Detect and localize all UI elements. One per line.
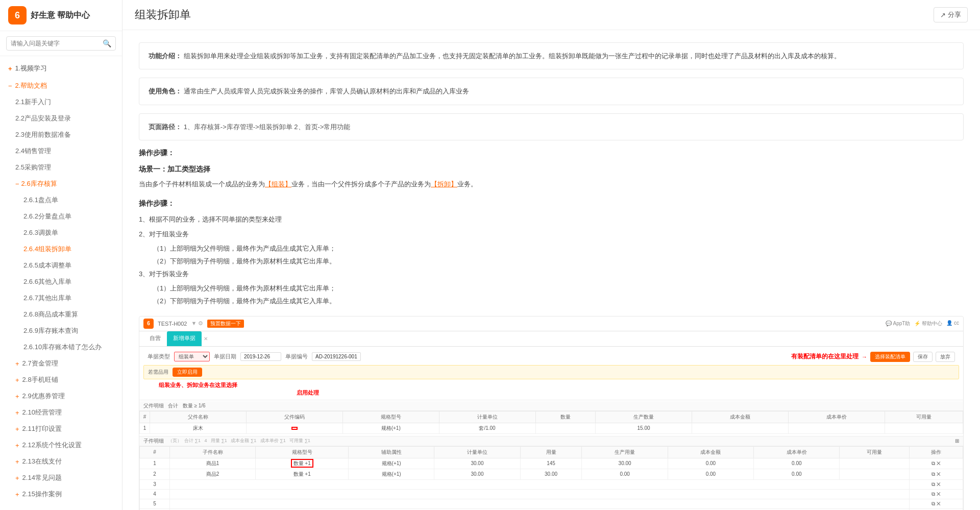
lower-header-detail: （页） 合计 ∑1 4 用量 ∑1 成本金额 ∑1 成本单价 ∑1 可用量 ∑1 [168,438,310,444]
plus-icon-2-9: + [15,393,19,400]
label: 2.6.6其他入库单 [23,277,71,286]
sidebar-item-2-6-8[interactable]: 2.6.8商品成本重算 [0,306,122,323]
mock-tab-self[interactable]: 自营 [143,331,167,346]
copy-icon[interactable]: ⧉ [932,471,935,477]
th-num: # [140,411,150,423]
mock-form-row-1: 单据类型 组装单 拆卸单 单据日期 2019-12-26 单据编号 AD-201… [143,350,959,364]
label: 2.6.5成本调整单 [23,261,71,270]
sidebar-item-2-6-3[interactable]: 2.6.3调拨单 [0,225,122,241]
td-empty [169,479,909,489]
sidebar-item-2-6-7[interactable]: 2.6.7其他出库单 [0,290,122,306]
sidebar-item-2-7[interactable]: + 2.7资金管理 [0,355,122,372]
td-available [885,423,963,433]
sidebar-item-video[interactable]: + 1.视频学习 [0,60,122,77]
search-icon[interactable]: 🔍 [103,39,111,47]
plus-icon-2-11: + [15,425,19,433]
sub-nav-2: 2.1新手入门 2.2产品安装及登录 2.3使用前数据准备 2.4销售管理 2.… [0,94,122,502]
mock-lower-table-container: # 子件名称 规格型号 辅助属性 计量单位 用量 生产用量 成本金额 成本单价 [139,446,963,510]
mock-assembly-btn[interactable]: 选择装配清单 [870,352,910,362]
link-assembly[interactable]: 【组装】 [265,180,291,188]
sidebar-item-2-12[interactable]: + 2.12系统个性化设置 [0,437,122,453]
sidebar-item-help-docs[interactable]: − 2.帮助文档 [0,78,122,94]
sidebar-item-2-15[interactable]: + 2.15操作案例 [0,486,122,502]
sidebar-item-2-6-2[interactable]: 2.6.2分量盘点单 [0,208,122,225]
copy-icon[interactable]: ⧉ [932,501,935,506]
copy-icon[interactable]: ⧉ [932,481,935,487]
copy-icon[interactable]: ⧉ [932,460,935,466]
th-parent-code: 父件编码 [246,411,342,423]
th-child-name: 子件名称 [169,446,255,458]
sidebar-item-2-6-5[interactable]: 2.6.5成本调整单 [0,257,122,274]
td-child-ops: ⧉ ✕ [910,489,963,499]
delete-icon[interactable]: ✕ [937,501,941,506]
mock-cancel-btn[interactable]: 放弃 [936,352,955,362]
mock-lower-table-body: 1 商品1 数量 +1 规格(+1) 30.00 145 30.00 0.00 … [140,458,963,510]
sidebar-item-2-5[interactable]: 2.5采购管理 [0,159,122,176]
sidebar-item-2-11[interactable]: + 2.11打印设置 [0,421,122,437]
mock-upper-table-area: 父件明细 合计 数量 ≥ 1/6 # 父件名称 父件编码 规格型号 计量单位 [139,400,963,435]
sidebar-item-2-9[interactable]: + 2.9优惠券管理 [0,388,122,404]
role-block: 使用角色： 通常由生产人员或库管人员完成拆装业务的操作，库管人员确认原材料的出库… [139,78,964,105]
search-box[interactable]: 🔍 [6,36,116,51]
lower-header-icon: ⊞ [955,438,959,444]
search-input[interactable] [11,40,103,47]
plus-icon-2-13: + [15,458,19,466]
sidebar-item-2-4[interactable]: 2.4销售管理 [0,143,122,159]
sidebar-item-2-1[interactable]: 2.1新手入门 [0,94,122,110]
th-child-available: 可用量 [840,446,910,458]
label: 2.4销售管理 [15,147,51,156]
sidebar-item-2-3[interactable]: 2.3使用前数据准备 [0,127,122,143]
mock-app-bar: 6 TEST-H002 ▼ ⚙ 预置数据一下 💬 AppT助 ⚡ 帮助中心 👤 … [139,317,963,331]
mock-tab-new[interactable]: 新增单据 [167,331,202,346]
sidebar-item-2-10[interactable]: + 2.10经营管理 [0,404,122,421]
nav-section-2: − 2.帮助文档 2.1新手入门 2.2产品安装及登录 2.3使用前数据准备 2… [0,78,122,502]
th-available: 可用量 [885,411,963,423]
td-child-spec: 数量 +1 [256,469,349,479]
td-child-available [840,458,910,469]
delete-icon[interactable]: ✕ [937,471,941,477]
sidebar-item-2-13[interactable]: + 2.13在线支付 [0,453,122,470]
td-child-aux: 规格(+1) [348,469,434,479]
link-disassembly[interactable]: 【拆卸】 [431,180,457,188]
mock-enable-desc: 若需品用 [148,369,168,376]
td-child-prod-usage: 30.00 [582,458,668,469]
mock-form-area: 单据类型 组装单 拆卸单 单据日期 2019-12-26 单据编号 AD-201… [139,347,963,400]
screenshot-inner: 6 TEST-H002 ▼ ⚙ 预置数据一下 💬 AppT助 ⚡ 帮助中心 👤 … [139,317,963,510]
sidebar-item-2-2[interactable]: 2.2产品安装及登录 [0,110,122,127]
sidebar-item-2-6-9[interactable]: 2.6.9库存账本查询 [0,323,122,339]
sidebar-item-2-6-4[interactable]: 2.6.4组装拆卸单 [0,241,122,257]
mock-save-btn[interactable]: 保存 [913,352,933,362]
copy-icon[interactable]: ⧉ [932,491,935,497]
app-name: 好生意 帮助中心 [31,10,90,21]
sidebar-item-2-14[interactable]: + 2.14常见问题 [0,470,122,486]
mock-lower-table-head: # 子件名称 规格型号 辅助属性 计量单位 用量 生产用量 成本金额 成本单价 [140,446,963,458]
mock-separator: ▼ ⚙ [191,320,203,327]
label: 2.6.1盘点单 [23,196,58,205]
mock-close-btn[interactable]: ✕ [204,336,208,342]
sidebar-item-2-6-10[interactable]: 2.6.10库存账本错了怎么办 [0,339,122,355]
delete-icon[interactable]: ✕ [937,491,941,497]
mock-date-label: 单据日期 [214,353,236,360]
sidebar-item-2-6-1[interactable]: 2.6.1盘点单 [0,192,122,208]
th-child-cost-price: 成本单价 [754,446,840,458]
delete-icon[interactable]: ✕ [937,460,941,466]
mock-enable-btn[interactable]: 立即启用 [173,368,202,377]
label: 2.9优惠券管理 [22,392,65,401]
table-row: 4 ⧉ ✕ [140,489,963,499]
share-button[interactable]: ↗ 分享 [934,7,968,22]
sidebar-item-2-8[interactable]: + 2.8手机旺铺 [0,372,122,388]
delete-icon[interactable]: ✕ [937,481,941,487]
td-prod-qty: 15.00 [596,423,692,433]
mock-help: ⚡ 帮助中心 [914,320,942,327]
sidebar-item-2-6[interactable]: − 2.6库存核算 [0,176,122,192]
step-2-2: （2）下部明细为子件明细，最终作为原材料生成其它出库单。 [153,255,964,268]
sidebar-item-label: 2.帮助文档 [15,81,47,90]
mock-upper-section-header: 父件明细 合计 数量 ≥ 1/6 [139,401,963,411]
mock-type-select[interactable]: 组装单 拆卸单 [174,352,210,361]
mock-nav-tabs: 自营 新增单据 ✕ [139,331,963,347]
mock-annotation-group: 组装业务、拆卸业务在这里选择 启用处理 [143,381,319,397]
scenario-title: 场景一：加工类型选择 [139,165,964,174]
td-child-ops: ⧉ ✕ [910,479,963,489]
sidebar-item-2-6-6[interactable]: 2.6.6其他入库单 [0,274,122,290]
sidebar: 6 好生意 帮助中心 🔍 + 1.视频学习 − 2.帮助文档 2.1新手入门 2… [0,0,122,510]
